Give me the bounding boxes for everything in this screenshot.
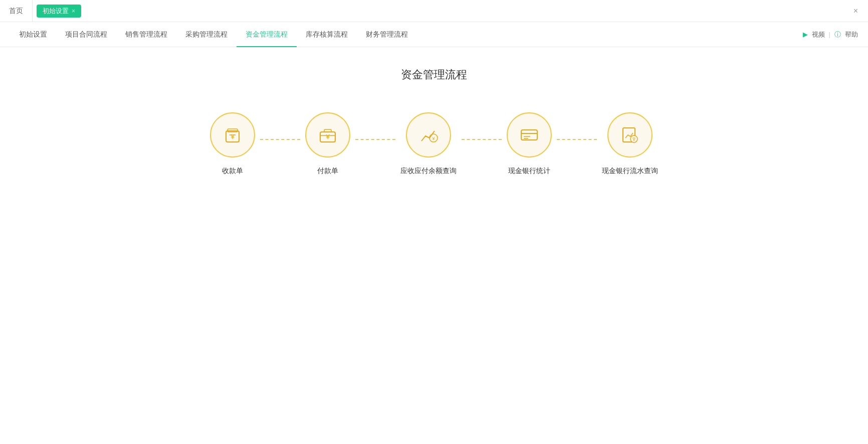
connector-1 [260,139,300,140]
receipt-svg-icon: ¥ [222,124,244,146]
nav-item-fund[interactable]: 资金管理流程 [237,22,297,47]
bank-flow-svg-icon: ¥ [619,124,641,146]
nav-item-finance[interactable]: 财务管理流程 [357,22,417,47]
nav-item-project[interactable]: 项目合同流程 [56,22,116,47]
main-content: 资金管理流程 ¥ 收款单 [0,47,868,196]
flow-item-payment[interactable]: ¥ 付款单 [305,112,350,176]
svg-text:¥: ¥ [230,133,235,140]
bank-stat-label: 现金银行统计 [508,167,550,176]
bank-stat-icon-circle [507,112,552,158]
help-link[interactable]: 帮助 [845,30,858,39]
bank-flow-label: 现金银行流水查询 [602,167,658,176]
balance-icon-circle: ¥ [406,112,451,158]
separator: | [829,31,830,38]
help-icon: ⓘ [834,30,841,39]
flow-item-bank-flow[interactable]: ¥ 现金银行流水查询 [602,112,658,176]
connector-3 [462,139,502,140]
svg-text:¥: ¥ [325,133,330,140]
active-tab[interactable]: 初始设置 × [37,5,81,18]
home-tab[interactable]: 首页 [0,0,33,22]
video-link[interactable]: 视频 [812,30,825,39]
svg-text:¥: ¥ [431,136,435,141]
connector-2 [355,139,395,140]
payment-svg-icon: ¥ [317,124,339,146]
bank-flow-icon-circle: ¥ [607,112,653,158]
payment-icon-circle: ¥ [305,112,350,158]
close-window-button[interactable]: × [853,7,858,16]
nav-right: ▶ 视频 | ⓘ 帮助 [803,30,858,39]
nav-item-inventory[interactable]: 库存核算流程 [297,22,357,47]
page-title: 资金管理流程 [401,67,467,82]
flow-item-balance[interactable]: ¥ 应收应付余额查询 [400,112,457,176]
top-bar-right: × [853,7,868,16]
receipt-label: 收款单 [222,167,243,176]
close-tab-icon[interactable]: × [72,8,75,15]
flow-row: ¥ 收款单 ¥ 付款单 [210,112,658,176]
play-icon: ▶ [803,31,808,38]
nav-menu: 初始设置 项目合同流程 销售管理流程 采购管理流程 资金管理流程 库存核算流程 … [0,22,868,47]
bank-stat-svg-icon [518,124,540,146]
svg-rect-7 [521,130,537,140]
nav-item-sales[interactable]: 销售管理流程 [116,22,176,47]
payment-label: 付款单 [317,167,338,176]
nav-item-purchase[interactable]: 采购管理流程 [176,22,237,47]
active-tab-label: 初始设置 [43,7,69,16]
balance-svg-icon: ¥ [417,124,440,146]
nav-item-initial[interactable]: 初始设置 [10,22,56,47]
top-bar: 首页 初始设置 × × [0,0,868,22]
flow-item-receipt[interactable]: ¥ 收款单 [210,112,255,176]
connector-4 [557,139,597,140]
receipt-icon-circle: ¥ [210,112,255,158]
flow-item-bank-stat[interactable]: 现金银行统计 [507,112,552,176]
balance-label: 应收应付余额查询 [400,167,457,176]
